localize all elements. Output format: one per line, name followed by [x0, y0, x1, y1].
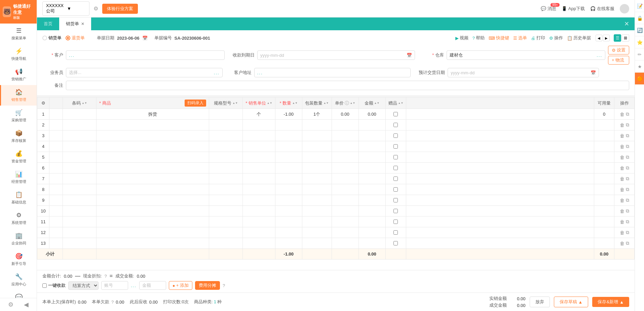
experience-btn[interactable]: 体验行业方案: [102, 4, 138, 14]
sidebar-item-quick-nav[interactable]: ⚡快捷导航: [0, 44, 37, 65]
row1-gift-checkbox[interactable]: [393, 112, 398, 116]
row1-unit[interactable]: 个: [243, 109, 275, 120]
right-panel-refresh[interactable]: 🔄: [635, 24, 644, 36]
scan-btn[interactable]: 扫码录入: [185, 100, 206, 107]
logistics-btn[interactable]: + 物流: [608, 56, 629, 65]
settlement-select[interactable]: 结算方式: [68, 281, 99, 290]
total-owe-question-icon[interactable]: ?: [111, 300, 114, 305]
row1-gift[interactable]: [385, 109, 406, 120]
sidebar-item-enterprise[interactable]: 🏢企业协同: [0, 229, 37, 249]
sidebar-item-basic[interactable]: 📋基础信息: [0, 188, 37, 208]
row1-product[interactable]: 拆货: [97, 109, 209, 120]
row1-pkg-qty[interactable]: 1个: [302, 109, 332, 120]
row1-price[interactable]: 0.00: [332, 109, 358, 120]
salesperson-input[interactable]: 选择... ...: [66, 68, 223, 77]
row1-spec[interactable]: [209, 109, 243, 120]
row1-barcode[interactable]: [63, 109, 97, 120]
customer-input[interactable]: ...: [66, 50, 225, 60]
th-gear[interactable]: ⚙: [37, 98, 49, 109]
delete-icon[interactable]: 🗑: [620, 208, 624, 214]
right-panel-lock[interactable]: 🔒: [635, 12, 644, 24]
right-panel-orange[interactable]: 🟠: [635, 73, 644, 85]
row1-qty[interactable]: -1.00: [275, 109, 302, 120]
copy-icon[interactable]: ⧉: [626, 176, 629, 182]
row1-delete-icon[interactable]: 🗑: [620, 112, 624, 117]
copy-icon[interactable]: ⧉: [626, 230, 629, 235]
action-shortcut[interactable]: ⌨ 快捷键: [489, 35, 509, 41]
radio-return[interactable]: 退货单: [66, 35, 85, 41]
app-download-item[interactable]: 📱 App下载: [562, 6, 585, 12]
copy-icon[interactable]: ⧉: [626, 144, 629, 149]
view-grid[interactable]: ⊞: [622, 34, 629, 42]
copy-icon[interactable]: ⧉: [626, 219, 629, 225]
action-help[interactable]: ? 帮助: [472, 35, 485, 41]
delete-icon[interactable]: 🗑: [620, 165, 624, 171]
copy-icon[interactable]: ⧉: [626, 154, 629, 160]
abandon-btn[interactable]: 放弃: [530, 297, 550, 307]
remarks-input[interactable]: [66, 81, 629, 90]
row1-amount[interactable]: 0.00: [358, 109, 385, 120]
right-panel-note[interactable]: 📝: [635, 0, 644, 12]
tab-sales-order[interactable]: 销货单 ✕: [59, 17, 91, 30]
right-panel-star[interactable]: ⭐: [635, 36, 644, 48]
delivery-date-input[interactable]: yyyy-mm-dd 📅: [448, 68, 599, 77]
settings-btn[interactable]: ⚙ 设置: [608, 46, 629, 54]
view-list[interactable]: ☰: [614, 34, 621, 42]
save-new-btn[interactable]: 保存&新增 ▲: [592, 297, 629, 307]
fee-btn[interactable]: 费用分摊: [195, 281, 220, 290]
due-date-input[interactable]: yyyy-mm-dd 📅: [257, 50, 415, 60]
tab-close-icon[interactable]: ✕: [81, 22, 84, 26]
sidebar-item-marketing[interactable]: 📢营销推广: [0, 65, 37, 85]
delete-icon[interactable]: 🗑: [620, 155, 624, 160]
delete-icon[interactable]: 🗑: [620, 144, 624, 149]
amount-input[interactable]: 金额: [139, 281, 166, 290]
nav-next[interactable]: ▶: [603, 35, 610, 41]
delete-icon[interactable]: 🗑: [620, 187, 624, 192]
copy-icon[interactable]: ⧉: [626, 187, 629, 192]
settings-gear-icon[interactable]: ⚙: [93, 5, 98, 12]
copy-icon[interactable]: ⧉: [626, 197, 629, 203]
one-key-pay-item[interactable]: 一键收款: [42, 282, 66, 288]
sidebar-item-finance[interactable]: 💰资金管理: [0, 147, 37, 167]
account-input[interactable]: 账号: [101, 281, 128, 290]
date-calendar-icon[interactable]: 📅: [142, 36, 148, 41]
message-item[interactable]: 💬 消息 99+: [541, 6, 556, 12]
avatar[interactable]: [620, 4, 629, 13]
settings-bottom-icon[interactable]: ⚙: [8, 301, 13, 308]
sidebar-item-search[interactable]: ☰搜索菜单: [0, 24, 37, 44]
delete-icon[interactable]: 🗑: [620, 230, 624, 235]
due-date-calendar-icon[interactable]: 📅: [407, 53, 412, 58]
delete-icon[interactable]: 🗑: [620, 241, 624, 246]
sidebar-item-operation[interactable]: 📊经营管理: [0, 167, 37, 188]
delete-icon[interactable]: 🗑: [620, 198, 624, 203]
add-btn[interactable]: ● + 添加: [169, 281, 192, 290]
sidebar-item-inventory[interactable]: 📦库存核算: [0, 126, 37, 147]
delivery-calendar-icon[interactable]: 📅: [591, 70, 596, 75]
one-key-pay-checkbox[interactable]: [42, 283, 47, 288]
tabbar-close-btn[interactable]: ✕: [619, 20, 635, 28]
copy-icon[interactable]: ⧉: [626, 133, 629, 139]
sidebar-item-guide[interactable]: 🎯新手引导: [0, 249, 37, 270]
company-select[interactable]: XXXXXX公司 ▼: [42, 1, 89, 16]
row1-copy-icon[interactable]: ⧉: [626, 111, 629, 117]
collapse-icon[interactable]: ◀: [24, 301, 29, 308]
right-panel-fav[interactable]: ★: [635, 61, 644, 73]
draft-btn[interactable]: 保存草稿 ▲: [554, 297, 589, 307]
right-panel-edit[interactable]: ✏: [635, 48, 644, 61]
sidebar-item-system[interactable]: ⚙系统管理: [0, 208, 37, 229]
sidebar-item-purchase[interactable]: 🛒采购管理: [0, 106, 37, 126]
copy-icon[interactable]: ⧉: [626, 208, 629, 214]
action-video[interactable]: ▶ 视频: [455, 35, 468, 41]
action-select[interactable]: ☰ 选单: [513, 35, 527, 41]
fee-help-icon[interactable]: ?: [223, 283, 225, 288]
delete-icon[interactable]: 🗑: [620, 133, 624, 139]
warehouse-input[interactable]: 建材仓 ...: [447, 50, 605, 60]
tab-home[interactable]: 首页: [37, 17, 59, 30]
copy-icon[interactable]: ⧉: [626, 240, 629, 246]
account-dots[interactable]: ...: [131, 283, 137, 288]
delete-icon[interactable]: 🗑: [620, 122, 624, 128]
action-history[interactable]: 📋 历史单据: [567, 35, 591, 41]
action-print[interactable]: 🖨 打印: [531, 35, 545, 41]
sidebar-item-appCenter[interactable]: 🔧应用中心: [0, 270, 37, 290]
address-input[interactable]: ...: [254, 68, 411, 77]
